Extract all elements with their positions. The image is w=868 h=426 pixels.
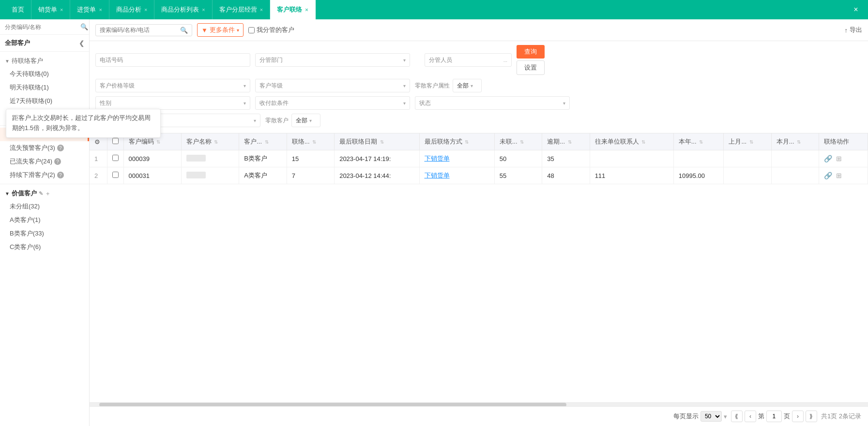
row2-last-method-val[interactable]: 下销货单: [425, 172, 450, 179]
nav-tab-home[interactable]: 首页: [5, 0, 31, 19]
filter-manager[interactable]: 分管人员 ...: [425, 53, 512, 67]
row1-checkbox[interactable]: [107, 150, 123, 167]
col-last-date-sort[interactable]: ⇅: [380, 139, 384, 145]
sidebar-pending-group-title[interactable]: ▼ 待联络客户: [0, 54, 89, 67]
first-page-button[interactable]: ⟪: [731, 411, 743, 422]
filter-retail-attr-select[interactable]: 全部 ▾: [453, 79, 482, 92]
nav-tab-sales[interactable]: 销货单 ×: [31, 0, 70, 19]
nav-tab-purchase-label: 进货单: [77, 5, 96, 14]
churned-info-icon[interactable]: ?: [54, 158, 61, 165]
sidebar-item-churned[interactable]: 已流失客户(24) ?: [0, 155, 89, 168]
filter-customer-level[interactable]: 客户等级 ▾: [255, 79, 410, 92]
select-all-checkbox[interactable]: [112, 138, 119, 144]
nav-tab-purchase[interactable]: 进货单 ×: [70, 0, 109, 19]
sidebar-item-c-class[interactable]: C类客户(6): [0, 240, 89, 254]
filter-row-4: ... 客户类型 ▾ 零散客户 全部 ▾: [95, 114, 862, 127]
per-page-dropdown-icon[interactable]: ▾: [724, 413, 727, 420]
nav-tab-analysis[interactable]: 商品分析 ×: [109, 0, 154, 19]
nav-tab-customer-seg[interactable]: 客户分层经营 ×: [213, 0, 270, 19]
nav-tab-customer-contact[interactable]: 客户联络 ×: [270, 0, 315, 19]
horizontal-scrollbar[interactable]: [90, 402, 868, 406]
more-conditions-button[interactable]: ▼ 更多条件 ▾: [197, 23, 244, 37]
declining-info-icon[interactable]: ?: [57, 172, 64, 178]
row2-select[interactable]: [112, 172, 119, 178]
filter-retail-customer-select[interactable]: 全部 ▾: [291, 114, 320, 127]
col-overdue-sort[interactable]: ⇅: [568, 139, 572, 145]
per-page-select[interactable]: 50: [700, 411, 722, 422]
query-button[interactable]: 查询: [517, 45, 545, 59]
filter-price-level[interactable]: 客户价格等级 ▾: [95, 79, 250, 92]
col-code-sort[interactable]: ⇅: [156, 139, 160, 145]
row1-link-icon[interactable]: 🔗: [824, 155, 832, 162]
col-uncontact-sort[interactable]: ⇅: [520, 139, 524, 145]
sidebar-item-tomorrow[interactable]: 明天待联络(1): [0, 81, 89, 94]
sidebar-ungroup-label: 未分组(32): [10, 202, 40, 211]
sidebar-item-ungroup[interactable]: 未分组(32): [0, 200, 89, 213]
col-this-month-sort[interactable]: ⇅: [797, 139, 801, 145]
col-last-month-sort[interactable]: ⇅: [749, 139, 753, 145]
sidebar-value-edit-icon[interactable]: ✎: [39, 191, 43, 197]
churn-warning-info-icon[interactable]: ?: [57, 145, 64, 151]
col-last-method-sort[interactable]: ⇅: [465, 139, 469, 145]
sidebar-divider-2: [0, 184, 89, 184]
sidebar-item-today[interactable]: 今天待联络(0): [0, 67, 89, 81]
col-this-year-sort[interactable]: ⇅: [699, 139, 703, 145]
export-button[interactable]: ↑ 导出: [845, 26, 863, 34]
filter-gender[interactable]: 性别 ▾: [95, 96, 250, 110]
row2-grid-icon[interactable]: ⊞: [836, 172, 842, 179]
row1-last-method-val[interactable]: 下销货单: [425, 155, 450, 162]
page-input[interactable]: [766, 411, 782, 422]
filter-phone[interactable]: 电话号码: [95, 53, 250, 67]
row2-checkbox[interactable]: [107, 167, 123, 184]
filter-phone-input[interactable]: [125, 57, 246, 63]
sidebar-item-a-class[interactable]: A类客户(1): [0, 213, 89, 227]
nav-tab-purchase-close[interactable]: ×: [99, 7, 102, 13]
sidebar-collapse-icon[interactable]: ❮: [79, 40, 84, 47]
row1-contact-count: 15: [287, 150, 334, 167]
window-close-button[interactable]: ×: [849, 2, 863, 17]
col-level-sort[interactable]: ⇅: [265, 139, 269, 145]
nav-tab-customer-seg-close[interactable]: ×: [260, 7, 263, 13]
col-contact-count-sort[interactable]: ⇅: [312, 139, 316, 145]
filter-payment[interactable]: 收付款条件 ▾: [255, 96, 410, 110]
sidebar-item-churn-warning[interactable]: 流失预警客户(3) ?: [0, 141, 89, 155]
row2-link-icon[interactable]: 🔗: [824, 172, 832, 179]
filter-manager-wrapper: 分管人员 ...: [425, 53, 512, 67]
nav-tab-analysis-close[interactable]: ×: [144, 7, 147, 13]
sidebar-all-customers-header[interactable]: 全部客户 ❮: [0, 35, 89, 52]
nav-tab-analysis-list-close[interactable]: ×: [202, 7, 205, 13]
sidebar-value-label: 价值客户: [12, 189, 37, 198]
sidebar-search-icon[interactable]: 🔍: [80, 23, 88, 30]
prev-page-button[interactable]: ‹: [745, 411, 756, 422]
filter-phone-label: 电话号码: [100, 56, 123, 64]
my-customer-checkbox[interactable]: [248, 27, 255, 33]
search-input-box[interactable]: 🔍: [95, 24, 192, 36]
search-icon[interactable]: 🔍: [180, 27, 188, 34]
row1-grid-icon[interactable]: ⊞: [836, 155, 842, 162]
col-unit-contact-sort[interactable]: ⇅: [641, 139, 645, 145]
col-name-sort[interactable]: ⇅: [214, 139, 218, 145]
sidebar-item-7days[interactable]: 近7天待联络(0): [0, 94, 89, 108]
nav-tab-customer-contact-close[interactable]: ×: [305, 7, 308, 13]
nav-tab-analysis-list[interactable]: 商品分析列表 ×: [154, 0, 212, 19]
row1-last-method[interactable]: 下销货单: [419, 150, 494, 167]
row1-select[interactable]: [112, 155, 119, 161]
sidebar-declining-label: 持续下滑客户(2): [10, 171, 55, 179]
sidebar-value-group-title[interactable]: ▼ 价值客户 ✎ ＋: [0, 186, 89, 200]
customer-table: ⚙ 客户编码 ⇅ 客户名称 ⇅ 客户... ⇅: [90, 133, 868, 184]
sidebar-item-b-class[interactable]: B类客户(33): [0, 227, 89, 240]
row1-uncontact: 50: [494, 150, 542, 167]
filter-status[interactable]: 状态 ▾: [415, 96, 570, 110]
last-page-button[interactable]: ⟫: [806, 411, 817, 422]
sidebar-value-add-icon[interactable]: ＋: [45, 190, 50, 197]
settings-button[interactable]: 设置: [517, 60, 545, 75]
filter-department[interactable]: 分管部门 ▾: [255, 53, 410, 67]
row2-last-date-val: 2023-04-12 14:44:: [339, 172, 391, 179]
sidebar-item-declining[interactable]: 持续下滑客户(2) ?: [0, 168, 89, 182]
search-input[interactable]: [100, 27, 177, 33]
next-page-button[interactable]: ›: [792, 411, 804, 422]
nav-tab-sales-close[interactable]: ×: [60, 7, 63, 13]
row2-last-method[interactable]: 下销货单: [419, 167, 494, 184]
sidebar-search-input[interactable]: [5, 24, 77, 30]
row1-level-val: B类客户: [244, 155, 267, 162]
